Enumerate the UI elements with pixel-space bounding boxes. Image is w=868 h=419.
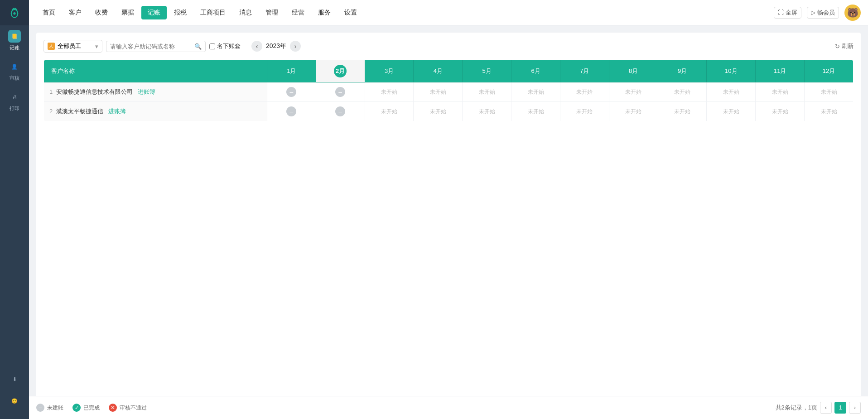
topnav-item-operation[interactable]: 经营 xyxy=(285,6,311,19)
month-cell-1-5: 未开始 xyxy=(511,102,560,121)
vip-label: 畅会员 xyxy=(817,9,835,17)
search-input[interactable] xyxy=(110,43,193,50)
year-nav: ‹ 2023年 › xyxy=(251,41,301,52)
sidebar-bottom: ⬇ 😊 xyxy=(0,368,29,419)
table-row: 1 安徽畅捷通信息技术有限公司 进账簿 ––未开始未开始未开始未开始未开始未开始… xyxy=(44,82,854,102)
sidebar-item-audit[interactable]: 👤 审核 xyxy=(0,56,29,86)
month-cell-0-7: 未开始 xyxy=(609,82,658,102)
status-not-started: 未开始 xyxy=(772,89,788,95)
avatar[interactable]: 🐻 xyxy=(844,5,861,21)
status-not-started: 未开始 xyxy=(430,108,446,115)
month-cell-1-11: 未开始 xyxy=(805,102,854,121)
topnav-item-home[interactable]: 首页 xyxy=(36,6,62,19)
col-header-month-2: 2月 xyxy=(316,60,365,82)
month-cell-1-1: – xyxy=(316,102,365,121)
month-cell-1-6: 未开始 xyxy=(560,102,609,121)
legend-teal-icon: ✓ xyxy=(72,404,81,412)
col-header-month-1: 1月 xyxy=(267,60,316,82)
topnav-item-customer[interactable]: 客户 xyxy=(63,6,88,19)
client-number-1: 2 xyxy=(49,108,53,115)
topnav-item-business[interactable]: 工商项目 xyxy=(194,6,232,19)
month-cell-0-11: 未开始 xyxy=(805,82,854,102)
month-cell-0-10: 未开始 xyxy=(756,82,805,102)
month-cell-1-8: 未开始 xyxy=(658,102,707,121)
name-under-checkbox[interactable] xyxy=(209,43,215,49)
enter-link-1[interactable]: 进账簿 xyxy=(108,108,126,115)
client-name-0: 安徽畅捷通信息技术有限公司 xyxy=(56,88,133,95)
status-circle-gray: – xyxy=(286,106,296,116)
refresh-button[interactable]: ↻ 刷新 xyxy=(835,42,854,50)
content-area: 人 全部员工 ▾ 🔍 名下账套 ‹ 2023年 › xyxy=(29,25,868,396)
prev-year-button[interactable]: ‹ xyxy=(251,41,262,52)
toolbar: 人 全部员工 ▾ 🔍 名下账套 ‹ 2023年 › xyxy=(43,40,854,53)
legend-not-started: – 未建账 xyxy=(36,404,63,412)
col-header-month-11: 11月 xyxy=(756,60,805,82)
employee-select[interactable]: 人 全部员工 ▾ xyxy=(43,40,102,53)
topnav-item-tax[interactable]: 报税 xyxy=(168,6,193,19)
status-not-started: 未开始 xyxy=(625,108,641,115)
sidebar-logo xyxy=(0,0,29,25)
employee-select-icon: 人 xyxy=(48,43,55,50)
sidebar-item-print[interactable]: 🖨 打印 xyxy=(0,86,29,116)
col-header-month-9: 9月 xyxy=(658,60,707,82)
vip-button[interactable]: ▷ 畅会员 xyxy=(807,7,839,19)
content-card: 人 全部员工 ▾ 🔍 名下账套 ‹ 2023年 › xyxy=(36,33,861,396)
legend-completed-label: 已完成 xyxy=(83,404,100,412)
topnav-item-manage[interactable]: 管理 xyxy=(259,6,285,19)
svg-point-1 xyxy=(13,12,15,14)
month-cell-1-0: – xyxy=(267,102,316,121)
topnav-item-settings[interactable]: 设置 xyxy=(338,6,363,19)
topnav-item-billing[interactable]: 收费 xyxy=(89,6,114,19)
chevron-down-icon: ▾ xyxy=(95,43,98,50)
client-cell-1: 2 漠澳太平畅捷通信 进账簿 xyxy=(44,102,267,121)
sidebar-item-support[interactable]: 😊 xyxy=(0,390,29,412)
topnav-item-bookkeeping[interactable]: 记账 xyxy=(141,6,167,19)
total-records: 共2条记录，1页 xyxy=(776,404,817,412)
active-month-circle: 2月 xyxy=(334,65,347,77)
legend-rejected-label: 审核不通过 xyxy=(120,404,147,412)
status-circle-gray: – xyxy=(335,87,345,97)
col-header-month-10: 10月 xyxy=(707,60,756,82)
month-cell-0-0: – xyxy=(267,82,316,102)
vip-icon: ▷ xyxy=(811,9,815,16)
pagination: 共2条记录，1页 ‹ 1 › xyxy=(776,402,861,414)
col-header-month-6: 6月 xyxy=(511,60,560,82)
sidebar-item-accounting[interactable]: 📒 记账 xyxy=(0,25,29,56)
client-name-1: 漠澳太平畅捷通信 xyxy=(56,108,103,115)
prev-page-button[interactable]: ‹ xyxy=(820,402,832,414)
month-cell-1-4: 未开始 xyxy=(463,102,511,121)
status-not-started: 未开始 xyxy=(723,108,739,115)
client-number-0: 1 xyxy=(49,88,53,95)
status-not-started: 未开始 xyxy=(674,108,690,115)
enter-link-0[interactable]: 进账簿 xyxy=(138,88,155,95)
checkbox-label[interactable]: 名下账套 xyxy=(209,42,241,50)
next-year-button[interactable]: › xyxy=(290,41,301,52)
month-cell-0-6: 未开始 xyxy=(560,82,609,102)
status-not-started: 未开始 xyxy=(723,89,739,95)
month-cell-0-1: – xyxy=(316,82,365,102)
checkbox-text: 名下账套 xyxy=(217,42,241,50)
next-page-button[interactable]: › xyxy=(849,402,861,414)
employee-select-label: 全部员工 xyxy=(58,42,81,50)
page-1-button[interactable]: 1 xyxy=(834,402,846,414)
search-input-wrap[interactable]: 🔍 xyxy=(106,41,206,52)
month-cell-1-2: 未开始 xyxy=(365,102,414,121)
status-not-started: 未开始 xyxy=(625,89,641,95)
search-icon: 🔍 xyxy=(194,43,202,50)
status-not-started: 未开始 xyxy=(479,108,495,115)
status-not-started: 未开始 xyxy=(528,89,544,95)
sidebar: 📒 记账 👤 审核 🖨 打印 ⬇ 😊 xyxy=(0,0,29,419)
month-cell-1-3: 未开始 xyxy=(414,102,463,121)
legend-not-started-label: 未建账 xyxy=(47,404,63,412)
sidebar-item-download[interactable]: ⬇ xyxy=(0,368,29,390)
col-header-month-7: 7月 xyxy=(560,60,609,82)
topnav-item-service[interactable]: 服务 xyxy=(312,6,337,19)
topnav-item-invoice[interactable]: 票据 xyxy=(115,6,140,19)
status-not-started: 未开始 xyxy=(381,108,397,115)
sidebar-label-audit: 审核 xyxy=(10,75,19,82)
refresh-label: 刷新 xyxy=(842,42,854,50)
footer: – 未建账 ✓ 已完成 ✕ 审核不通过 共2条记录，1页 ‹ 1 › xyxy=(29,396,868,419)
topnav-item-message[interactable]: 消息 xyxy=(233,6,258,19)
topnav-right: ⛶ 全屏 ▷ 畅会员 🐻 xyxy=(774,5,861,21)
fullscreen-button[interactable]: ⛶ 全屏 xyxy=(774,7,801,19)
